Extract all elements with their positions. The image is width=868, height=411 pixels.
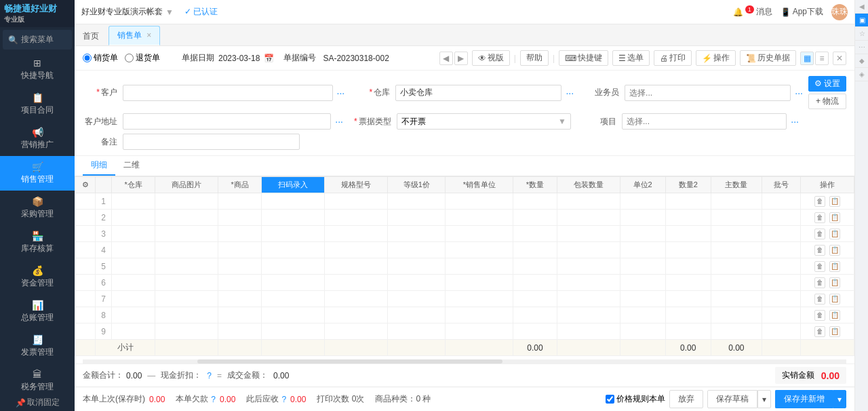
row-2-img[interactable] — [155, 210, 218, 226]
row-5-batch[interactable] — [762, 258, 800, 275]
right-panel-btn-5[interactable]: ◆ — [855, 54, 868, 68]
row-4-batch[interactable] — [762, 242, 800, 258]
col-product-header[interactable]: *商品 — [218, 177, 262, 193]
detail-tab-2[interactable]: 二维 — [115, 156, 148, 176]
col-barcode-header[interactable]: 扫码录入 — [262, 177, 325, 193]
row-8-sales-unit[interactable] — [446, 307, 513, 324]
row-1-batch[interactable] — [762, 193, 800, 210]
row-9-quantity[interactable] — [513, 324, 557, 340]
row-7-batch[interactable] — [762, 291, 800, 307]
col-sales-unit-header[interactable]: *销售单位 — [446, 177, 513, 193]
row-8-quantity[interactable] — [513, 307, 557, 324]
row-1-pack-qty[interactable] — [557, 193, 620, 210]
project-input[interactable] — [622, 113, 787, 130]
row-6-quantity[interactable] — [513, 275, 557, 291]
shortcuts-btn[interactable]: ⌨ 快捷键 — [559, 50, 608, 66]
row-6-copy-btn[interactable]: 📋 — [829, 277, 840, 288]
row-1-copy-btn[interactable]: 📋 — [829, 196, 840, 207]
row-2-batch[interactable] — [762, 210, 800, 226]
row-5-main-qty[interactable] — [711, 258, 762, 275]
row-8-pack-qty[interactable] — [557, 307, 620, 324]
row-6-barcode[interactable] — [262, 275, 325, 291]
right-panel-btn-4[interactable]: ⋯ — [855, 41, 868, 54]
right-panel-btn-6[interactable]: ◈ — [855, 68, 868, 81]
radio-sales-order[interactable]: 销货单 — [83, 52, 118, 64]
row-5-unit2[interactable] — [620, 258, 665, 275]
row-4-delete-btn[interactable]: 🗑 — [814, 245, 825, 256]
invoice-type-select[interactable]: 不开票 ▼ — [397, 113, 571, 130]
row-9-img[interactable] — [155, 324, 218, 340]
save-draft-dropdown[interactable]: ▾ — [757, 390, 771, 408]
row-6-spec[interactable] — [325, 275, 388, 291]
row-8-barcode[interactable] — [262, 307, 325, 324]
row-6-price1[interactable] — [388, 275, 446, 291]
row-5-copy-btn[interactable]: 📋 — [829, 261, 840, 272]
row-8-warehouse[interactable] — [112, 307, 155, 324]
row-3-batch[interactable] — [762, 226, 800, 242]
row-3-main-qty[interactable] — [711, 226, 762, 242]
row-6-delete-btn[interactable]: 🗑 — [814, 277, 825, 288]
tab-home[interactable]: 首页 — [75, 27, 107, 45]
row-6-pack-qty[interactable] — [557, 275, 620, 291]
row-4-barcode[interactable] — [262, 242, 325, 258]
row-6-warehouse[interactable] — [112, 275, 155, 291]
salesperson-input[interactable] — [625, 85, 791, 101]
row-3-barcode[interactable] — [262, 226, 325, 242]
row-7-main-qty[interactable] — [711, 291, 762, 307]
row-1-quantity[interactable] — [513, 193, 557, 210]
user-avatar[interactable]: 珠珠 — [831, 4, 848, 20]
col-main-qty-header[interactable]: 主数量 — [711, 177, 762, 193]
row-9-copy-btn[interactable]: 📋 — [829, 326, 840, 337]
sidebar-item-general[interactable]: 📊 总账管理 — [0, 294, 75, 329]
row-3-unit2[interactable] — [620, 226, 665, 242]
row-4-warehouse[interactable] — [112, 242, 155, 258]
row-4-product[interactable] — [218, 242, 262, 258]
row-9-batch[interactable] — [762, 324, 800, 340]
row-6-img[interactable] — [155, 275, 218, 291]
row-7-warehouse[interactable] — [112, 291, 155, 307]
warehouse-dots-btn[interactable]: ··· — [566, 87, 574, 98]
row-9-spec[interactable] — [325, 324, 388, 340]
row-9-barcode[interactable] — [262, 324, 325, 340]
select-btn[interactable]: ☰ 选单 — [612, 50, 650, 66]
row-8-batch[interactable] — [762, 307, 800, 324]
row-7-unit2[interactable] — [620, 291, 665, 307]
sidebar-item-sales[interactable]: 🛒 销售管理 — [0, 156, 75, 191]
row-8-copy-btn[interactable]: 📋 — [829, 310, 840, 321]
row-3-qty2[interactable] — [665, 226, 711, 242]
row-1-spec[interactable] — [325, 193, 388, 210]
row-4-img[interactable] — [155, 242, 218, 258]
row-9-main-qty[interactable] — [711, 324, 762, 340]
row-2-spec[interactable] — [325, 210, 388, 226]
row-1-img[interactable] — [155, 193, 218, 210]
row-7-sales-unit[interactable] — [446, 291, 513, 307]
row-9-warehouse[interactable] — [112, 324, 155, 340]
row-1-unit2[interactable] — [620, 193, 665, 210]
warehouse-input[interactable] — [395, 85, 561, 101]
row-8-qty2[interactable] — [665, 307, 711, 324]
row-2-quantity[interactable] — [513, 210, 557, 226]
row-4-main-qty[interactable] — [711, 242, 762, 258]
row-2-unit2[interactable] — [620, 210, 665, 226]
row-9-pack-qty[interactable] — [557, 324, 620, 340]
address-dots-btn[interactable]: ··· — [335, 116, 343, 127]
row-1-barcode[interactable] — [262, 193, 325, 210]
row-6-main-qty[interactable] — [711, 275, 762, 291]
sidebar-item-funds[interactable]: 💰 资金管理 — [0, 260, 75, 294]
row-8-img[interactable] — [155, 307, 218, 324]
row-1-warehouse[interactable] — [112, 193, 155, 210]
row-5-spec[interactable] — [325, 258, 388, 275]
view-btn[interactable]: 👁 视版 — [472, 50, 510, 66]
row-4-pack-qty[interactable] — [557, 242, 620, 258]
row-2-price1[interactable] — [388, 210, 446, 226]
col-pack-qty-header[interactable]: 包装数量 — [557, 177, 620, 193]
row-7-price1[interactable] — [388, 291, 446, 307]
row-7-delete-btn[interactable]: 🗑 — [814, 294, 825, 305]
add-logistics-btn[interactable]: + 物流 — [808, 94, 846, 109]
col-qty2-header[interactable]: 数量2 — [665, 177, 711, 193]
row-6-qty2[interactable] — [665, 275, 711, 291]
row-3-spec[interactable] — [325, 226, 388, 242]
cancel-fixed-btn[interactable]: 📌 取消固定 — [0, 394, 75, 411]
tab-sales-order[interactable]: 销售单 × — [108, 26, 160, 45]
receivable-icon[interactable]: ? — [281, 395, 286, 404]
